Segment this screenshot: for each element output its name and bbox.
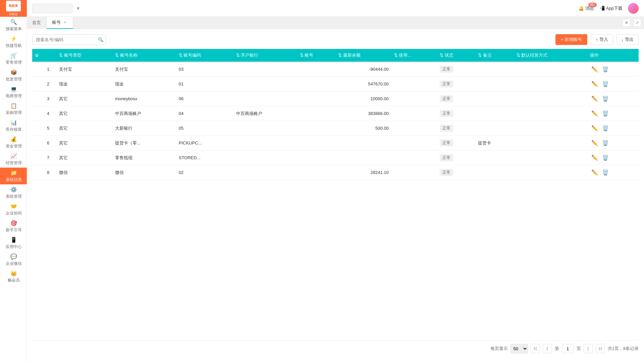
member-icon: 👑 xyxy=(10,270,17,277)
import-button[interactable]: ↑ 导入 xyxy=(591,34,613,45)
row-no: 6 xyxy=(44,136,56,150)
dropdown-arrow-icon[interactable]: ▼ xyxy=(76,6,80,11)
col-name[interactable]: ⇅ 账号名称 xyxy=(112,49,176,62)
tab-expand-button[interactable]: ⤢ xyxy=(633,19,641,27)
sidebar-item-wechat[interactable]: 💬 企业微信 xyxy=(0,251,27,268)
row-settings xyxy=(32,106,44,121)
sidebar-item-search-label: 搜索菜单 xyxy=(6,26,22,32)
avatar[interactable] xyxy=(628,3,639,14)
export-button[interactable]: ↓ 导出 xyxy=(616,34,639,45)
settings-icon[interactable]: ⚙ xyxy=(35,53,39,58)
sidebar-item-guide[interactable]: 🎯 新手引导 xyxy=(0,218,27,235)
row-remark xyxy=(475,150,514,165)
row-usage xyxy=(391,77,437,92)
tab-close-button[interactable]: ✕ xyxy=(623,19,631,27)
edit-button[interactable]: ✏️ xyxy=(590,95,599,103)
col-name-sort: ⇅ xyxy=(115,53,119,58)
row-bank xyxy=(233,150,297,165)
tab-close-icon[interactable]: × xyxy=(63,20,67,25)
retail-icon: 🛒 xyxy=(10,52,17,59)
row-settings xyxy=(32,121,44,136)
sidebar-item-ecommerce[interactable]: 💻 电商管理 xyxy=(0,84,27,101)
row-name: 提货卡（零... xyxy=(112,136,176,150)
add-account-button[interactable]: + 新增账号 xyxy=(555,34,587,45)
page-input[interactable] xyxy=(562,344,574,353)
search-input[interactable] xyxy=(33,37,96,42)
col-usage[interactable]: ⇅ 使用... xyxy=(391,49,437,62)
finance-icon: 💰 xyxy=(10,136,17,142)
sidebar-item-enterprise[interactable]: 🤝 企业协同 xyxy=(0,201,27,218)
col-default-settle[interactable]: ⇅ 默认结算方式 xyxy=(514,49,587,62)
next-page-button[interactable]: ⟩ xyxy=(584,344,593,353)
delete-button[interactable]: 🗑️ xyxy=(601,124,610,132)
edit-button[interactable]: ✏️ xyxy=(590,110,599,117)
tab-account[interactable]: 账号 × xyxy=(47,17,73,29)
edit-button[interactable]: ✏️ xyxy=(590,80,599,88)
delete-button[interactable]: 🗑️ xyxy=(601,169,610,176)
app-download-button[interactable]: 📲 App下载 xyxy=(599,5,623,11)
edit-button[interactable]: ✏️ xyxy=(590,154,599,162)
sidebar-item-operation[interactable]: 📈 经营管理 xyxy=(0,151,27,168)
sidebar-item-basic[interactable]: 📁 基础信息 xyxy=(0,168,27,184)
toolbar: 🔍 + 新增账号 ↑ 导入 ↓ 导出 xyxy=(32,34,639,45)
row-usage xyxy=(391,106,437,121)
row-usage xyxy=(391,92,437,106)
delete-button[interactable]: 🗑️ xyxy=(601,139,610,147)
edit-button[interactable]: ✏️ xyxy=(590,65,599,73)
topbar-search-input[interactable] xyxy=(32,4,72,13)
col-account[interactable]: ⇅ 账号 xyxy=(297,49,335,62)
col-type[interactable]: ⇅ 账号类型 xyxy=(56,49,112,62)
search-icon: 🔍 xyxy=(98,37,104,42)
row-remark xyxy=(475,62,514,77)
last-page-button[interactable]: ⟩⟩ xyxy=(596,344,605,353)
tab-home[interactable]: 首页 xyxy=(27,17,47,29)
row-code: 01 xyxy=(176,77,233,92)
col-status[interactable]: ⇅ 状态 xyxy=(437,49,475,62)
export-label: 导出 xyxy=(625,37,634,43)
sidebar-item-quicknav[interactable]: ⚡ 快捷导航 xyxy=(0,34,27,50)
bell-icon: 🔔 xyxy=(579,6,584,11)
prev-page-button[interactable]: ⟨ xyxy=(543,344,552,353)
row-status: 正常 xyxy=(437,92,475,106)
sidebar-item-search[interactable]: 🔍 搜索菜单 xyxy=(0,17,27,34)
wholesale-icon: 📦 xyxy=(10,69,17,75)
row-code: 02 xyxy=(176,165,233,180)
edit-button[interactable]: ✏️ xyxy=(590,139,599,147)
row-default-settle xyxy=(514,77,587,92)
sidebar-item-finance[interactable]: 💰 资金管理 xyxy=(0,134,27,151)
page-size-select[interactable]: 50 20 100 xyxy=(511,344,528,353)
search-button[interactable]: 🔍 xyxy=(96,34,106,45)
sidebar-item-basic-label: 基础信息 xyxy=(6,177,22,183)
sidebar-item-system[interactable]: ⚙️ 系统管理 xyxy=(0,184,27,201)
wechat-icon: 💬 xyxy=(10,253,17,260)
delete-button[interactable]: 🗑️ xyxy=(601,95,610,103)
row-type: 微信 xyxy=(56,165,112,180)
delete-button[interactable]: 🗑️ xyxy=(601,110,610,117)
col-bank[interactable]: ⇅ 开户银行 xyxy=(233,49,297,62)
table-row: 2 现金 现金 01 547670.00 正常 ✏️ 🗑️ xyxy=(32,77,639,92)
row-bank xyxy=(233,77,297,92)
sidebar-item-wholesale[interactable]: 📦 批发管理 xyxy=(0,67,27,84)
edit-button[interactable]: ✏️ xyxy=(590,169,599,176)
row-account xyxy=(297,136,335,150)
delete-button[interactable]: 🗑️ xyxy=(601,65,610,73)
page-label: 第 xyxy=(555,346,559,352)
row-default-settle xyxy=(514,106,587,121)
sidebar-item-purchase[interactable]: 📋 采购管理 xyxy=(0,101,27,117)
row-status: 正常 xyxy=(437,106,475,121)
col-balance[interactable]: ⇅ 最新余额 xyxy=(335,49,391,62)
sidebar-item-inventory[interactable]: 📊 库存核算 xyxy=(0,117,27,134)
delete-button[interactable]: 🗑️ xyxy=(601,154,610,162)
col-code[interactable]: ⇅ 账号编码 xyxy=(176,49,233,62)
sidebar-item-appcenter[interactable]: 📱 应用中心 xyxy=(0,235,27,251)
edit-button[interactable]: ✏️ xyxy=(590,124,599,132)
col-account-sort: ⇅ xyxy=(300,53,304,58)
row-remark xyxy=(475,77,514,92)
sidebar-item-member[interactable]: 👑 畅会员 xyxy=(0,268,27,285)
first-page-button[interactable]: ⟨⟨ xyxy=(531,344,540,353)
row-name: moneybosx xyxy=(112,92,176,106)
message-button[interactable]: 🔔 消息 99+ xyxy=(579,5,594,11)
sidebar-item-retail[interactable]: 🛒 零售管理 xyxy=(0,50,27,67)
col-remark[interactable]: ⇅ 备注 xyxy=(475,49,514,62)
delete-button[interactable]: 🗑️ xyxy=(601,80,610,88)
